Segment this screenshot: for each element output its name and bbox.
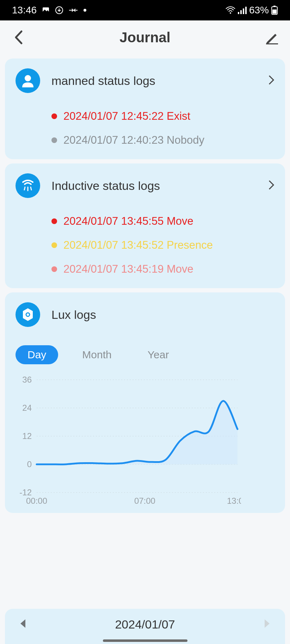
svg-rect-5 (240, 10, 242, 14)
status-time: 13:46 (12, 5, 37, 16)
card-header: Inductive status logs (16, 173, 274, 198)
date-label: 2024/01/07 (115, 618, 175, 631)
card-title: Inductive status logs (51, 179, 257, 193)
header: Journal (0, 20, 290, 54)
log-item: 2024/01/07 13:45:52 Presence (51, 239, 274, 252)
sync-icon (68, 7, 78, 14)
svg-text:00:00: 00:00 (26, 496, 47, 506)
date-navigator: 2024/01/07 (5, 609, 285, 644)
page-title: Journal (119, 30, 170, 45)
card-header: manned status logs (16, 68, 274, 93)
svg-text:24: 24 (22, 403, 32, 413)
edit-icon (265, 30, 279, 44)
log-text: 2024/01/07 12:40:23 Nobody (63, 134, 204, 147)
log-text: 2024/01/07 13:45:19 Move (63, 263, 193, 275)
chevron-right-icon (268, 180, 274, 192)
lux-chart: -12012243600:0007:0013:00 (16, 376, 274, 507)
status-dot-icon (51, 218, 57, 224)
status-bar: 13:46 63% (0, 0, 290, 20)
chevron-right-icon (268, 75, 274, 87)
status-right: 63% (225, 5, 278, 16)
lux-logs-card: Lux logs Day Month Year -12012243600:000… (5, 292, 285, 513)
status-battery: 63% (249, 5, 269, 16)
home-indicator (103, 639, 187, 642)
tab-row: Day Month Year (16, 345, 274, 364)
svg-rect-9 (273, 6, 276, 7)
edit-button[interactable] (263, 29, 280, 46)
svg-rect-10 (272, 10, 277, 14)
image-icon (42, 6, 50, 14)
tab-day[interactable]: Day (16, 345, 58, 364)
log-item: 2024/01/07 13:45:19 Move (51, 263, 274, 275)
status-dot-icon (51, 266, 57, 272)
settings-hex-icon (16, 302, 40, 327)
manned-status-card[interactable]: manned status logs 2024/01/07 12:45:22 E… (5, 58, 285, 159)
log-list: 2024/01/07 13:45:55 Move 2024/01/07 13:4… (16, 198, 274, 275)
prev-date-button[interactable] (19, 619, 26, 630)
wifi-icon (225, 6, 236, 14)
svg-text:13:00: 13:00 (227, 496, 241, 506)
svg-line-15 (31, 187, 31, 190)
next-date-button[interactable] (264, 619, 271, 630)
log-item: 2024/01/07 12:45:22 Exist (51, 110, 274, 123)
person-icon (16, 68, 40, 93)
log-text: 2024/01/07 13:45:52 Presence (63, 239, 213, 252)
log-list: 2024/01/07 12:45:22 Exist 2024/01/07 12:… (16, 93, 274, 147)
triangle-right-icon (264, 619, 271, 628)
svg-point-3 (230, 12, 231, 14)
svg-rect-11 (266, 43, 278, 44)
sensor-icon (16, 173, 40, 198)
svg-rect-7 (245, 7, 247, 14)
triangle-left-icon (19, 619, 26, 628)
svg-text:07:00: 07:00 (134, 496, 155, 506)
status-dot-icon (51, 242, 57, 248)
battery-icon (271, 5, 278, 15)
status-dot-icon (51, 113, 57, 119)
card-title: manned status logs (51, 74, 257, 88)
svg-rect-6 (243, 8, 244, 14)
signal-icon (238, 6, 247, 14)
log-item: 2024/01/07 13:45:55 Move (51, 215, 274, 228)
svg-text:-12: -12 (19, 488, 32, 497)
status-dot-icon (51, 137, 57, 143)
inductive-status-card[interactable]: Inductive status logs 2024/01/07 13:45:5… (5, 163, 285, 288)
svg-point-2 (84, 9, 86, 12)
dot-icon (83, 8, 87, 12)
card-header: Lux logs (16, 302, 274, 327)
card-title: Lux logs (51, 308, 274, 322)
svg-text:12: 12 (22, 431, 32, 441)
back-button[interactable] (10, 29, 27, 46)
svg-point-12 (25, 75, 31, 81)
status-left: 13:46 (12, 5, 87, 16)
log-item: 2024/01/07 12:40:23 Nobody (51, 134, 274, 147)
tab-month[interactable]: Month (70, 345, 123, 364)
svg-rect-4 (238, 12, 239, 14)
download-icon (55, 6, 63, 14)
back-icon (14, 30, 23, 45)
svg-text:36: 36 (22, 376, 32, 384)
svg-text:0: 0 (27, 459, 32, 469)
tab-year[interactable]: Year (136, 345, 181, 364)
svg-line-13 (24, 187, 25, 190)
log-text: 2024/01/07 12:45:22 Exist (63, 110, 190, 123)
log-text: 2024/01/07 13:45:55 Move (63, 215, 193, 228)
